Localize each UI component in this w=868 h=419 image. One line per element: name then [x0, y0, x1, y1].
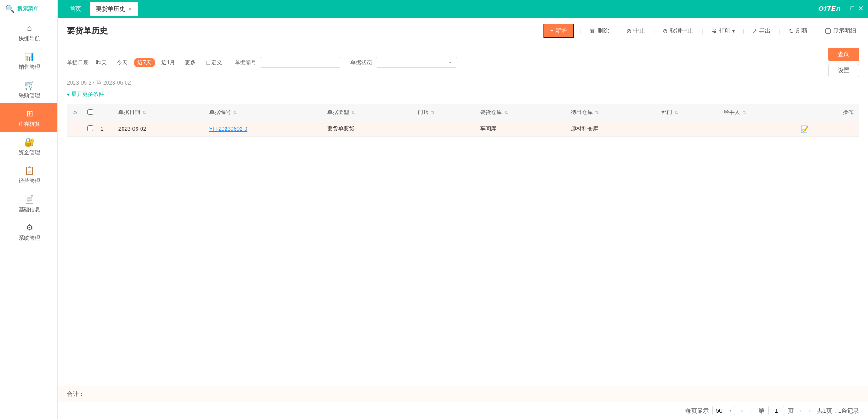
prev-page-button[interactable]: ‹ [750, 406, 755, 415]
sidebar-item-label: 资金管理 [19, 149, 40, 157]
search-icon: 🔍 [5, 5, 14, 13]
sidebar-item-label: 库存核算 [19, 120, 40, 128]
delete-button[interactable]: 🗑 删除 [587, 25, 612, 37]
cancel-stop-button[interactable]: ⊘ 取消中止 [660, 25, 696, 37]
ops-cell: 📝 ⋯ [801, 125, 855, 133]
status-select[interactable] [376, 57, 457, 68]
col-settings[interactable]: ⚙ [67, 104, 83, 121]
ops-more-icon[interactable]: ⋯ [811, 125, 817, 133]
settings-button[interactable]: 设置 [828, 64, 859, 77]
refresh-icon: ↻ [789, 28, 794, 34]
col-doc-num[interactable]: 单据编号 ⇅ [206, 104, 324, 121]
date-btn-yesterday[interactable]: 昨天 [92, 58, 110, 67]
row-checkbox[interactable] [87, 125, 93, 131]
col-req-warehouse[interactable]: 要货仓库 ⇅ [476, 104, 567, 121]
minimize-button[interactable]: — [841, 5, 847, 12]
date-btn-last7[interactable]: 近7天 [134, 58, 155, 67]
date-buttons: 昨天 今天 近7天 近1月 更多 自定义 [92, 58, 226, 67]
refresh-button[interactable]: ↻ 刷新 [786, 25, 810, 37]
inventory-icon: ⊞ [26, 109, 33, 119]
table-area: ⚙ 单据日期 ⇅ 单据编号 ⇅ [58, 104, 868, 386]
last-page-button[interactable]: » [807, 406, 813, 415]
export-icon: ↗ [752, 28, 757, 34]
table-header-row: ⚙ 单据日期 ⇅ 单据编号 ⇅ [67, 104, 859, 121]
stop-button[interactable]: ⊘ 中止 [624, 25, 648, 37]
tab-requisition-label: 要货单历史 [96, 5, 125, 13]
sidebar-item-label: 系统管理 [19, 234, 40, 242]
col-date[interactable]: 单据日期 ⇅ [115, 104, 206, 121]
tab-home[interactable]: 首页 [63, 2, 88, 16]
sidebar-item-purchase-mgmt[interactable]: 🛒 采购管理 [0, 75, 57, 103]
page-suffix: 页 [788, 407, 794, 415]
col-store[interactable]: 门店 ⇅ [414, 104, 476, 121]
display-detail-checkbox[interactable] [825, 28, 831, 34]
sort-reqwh-icon: ⇅ [505, 110, 508, 115]
expand-chevron-icon: ▾ [67, 91, 70, 98]
display-detail-button[interactable]: 显示明细 [822, 25, 859, 37]
sidebar: 🔍 搜索菜单 ⌂ 快捷导航 📊 销售管理 🛒 采购管理 ⊞ 库存核算 🔐 资金管… [0, 0, 58, 419]
print-button[interactable]: 🖨 打印 ▾ [708, 25, 737, 37]
total-label: 合计： [67, 390, 85, 397]
page-title: 要货单历史 [67, 25, 108, 36]
page-size-select[interactable]: 10 20 50 100 [712, 406, 735, 415]
date-btn-more[interactable]: 更多 [181, 58, 199, 67]
row-doctype-cell: 要货单要货 [324, 121, 414, 137]
date-btn-custom[interactable]: 自定义 [202, 58, 226, 67]
ops-edit-icon[interactable]: 📝 [801, 125, 808, 133]
col-ops: 操作 [797, 104, 859, 121]
date-btn-today[interactable]: 今天 [113, 58, 131, 67]
sidebar-item-label: 快捷导航 [19, 35, 40, 43]
sidebar-item-label: 经营管理 [19, 177, 40, 185]
new-button[interactable]: + 新增 [543, 24, 574, 38]
select-all-checkbox[interactable] [87, 109, 93, 115]
date-range-display: 2023-05-27 至 2023-06-02 [67, 79, 859, 87]
toolbar: + 新增 | 🗑 删除 | ⊘ 中止 | ⊘ 取消中止 | 🖨 [543, 24, 859, 38]
date-btn-last1m[interactable]: 近1月 [158, 58, 179, 67]
row-date-cell: 2023-06-02 [115, 121, 206, 137]
col-handler[interactable]: 经手人 ⇅ [720, 104, 797, 121]
sidebar-item-sys-mgmt[interactable]: ⚙ 系统管理 [0, 217, 57, 246]
home-icon: ⌂ [27, 24, 32, 33]
sidebar-item-sales-mgmt[interactable]: 📊 销售管理 [0, 46, 57, 75]
row-dept-cell [658, 121, 720, 137]
col-seq [97, 104, 115, 121]
tab-requisition-history[interactable]: 要货单历史 ✕ [90, 2, 138, 16]
doc-number-label: 单据编号 [235, 59, 256, 67]
action-buttons: 查询 设置 [828, 48, 859, 77]
ops-icon: 📋 [24, 166, 34, 176]
sidebar-search[interactable]: 🔍 搜索菜单 [0, 0, 57, 18]
print-icon: 🖨 [711, 28, 717, 34]
basic-info-icon: 📄 [24, 194, 34, 204]
maximize-button[interactable]: □ [851, 5, 854, 12]
window-controls: — □ ✕ [841, 5, 863, 12]
date-filter-label: 单据日期 [67, 59, 89, 67]
col-dest-warehouse[interactable]: 待出仓库 ⇅ [567, 104, 658, 121]
query-button[interactable]: 查询 [828, 48, 859, 61]
tab-close-icon[interactable]: ✕ [128, 6, 132, 12]
row-ops-cell: 📝 ⋯ [797, 121, 859, 137]
cancel-stop-icon: ⊘ [663, 28, 668, 34]
current-page-input[interactable] [768, 406, 784, 415]
doc-number-filter-group: 单据编号 [235, 57, 341, 68]
expand-more-btn[interactable]: ▾ 展开更多条件 [67, 90, 859, 98]
sort-handler-icon: ⇅ [743, 110, 746, 115]
sidebar-item-finance-mgmt[interactable]: 🔐 资金管理 [0, 132, 57, 160]
sidebar-item-basic-info[interactable]: 📄 基础信息 [0, 189, 57, 217]
col-doc-type[interactable]: 单据类型 ⇅ [324, 104, 414, 121]
content-area: 要货单历史 + 新增 | 🗑 删除 | ⊘ 中止 | ⊘ 取消中止 | [58, 18, 868, 419]
sidebar-item-ops-mgmt[interactable]: 📋 经营管理 [0, 160, 57, 189]
sidebar-item-inventory[interactable]: ⊞ 库存核算 [0, 103, 57, 132]
pagination: 每页显示 10 20 50 100 « ‹ 第 页 › » 共1页，1条记录 [58, 402, 868, 419]
next-page-button[interactable]: › [797, 406, 803, 415]
export-button[interactable]: ↗ 导出 [750, 25, 774, 37]
brand-logo: OfTEn [818, 5, 841, 12]
sidebar-item-quick-nav[interactable]: ⌂ 快捷导航 [0, 18, 57, 46]
doc-number-input[interactable] [260, 57, 341, 68]
close-button[interactable]: ✕ [858, 5, 863, 12]
col-department[interactable]: 部门 ⇅ [658, 104, 720, 121]
date-filter-group: 单据日期 昨天 今天 近7天 近1月 更多 自定义 [67, 58, 226, 67]
row-docnum-link[interactable]: YH-20230602-0 [209, 126, 248, 132]
sys-mgmt-icon: ⚙ [26, 223, 33, 233]
row-handler-cell [720, 121, 797, 137]
first-page-button[interactable]: « [739, 406, 745, 415]
